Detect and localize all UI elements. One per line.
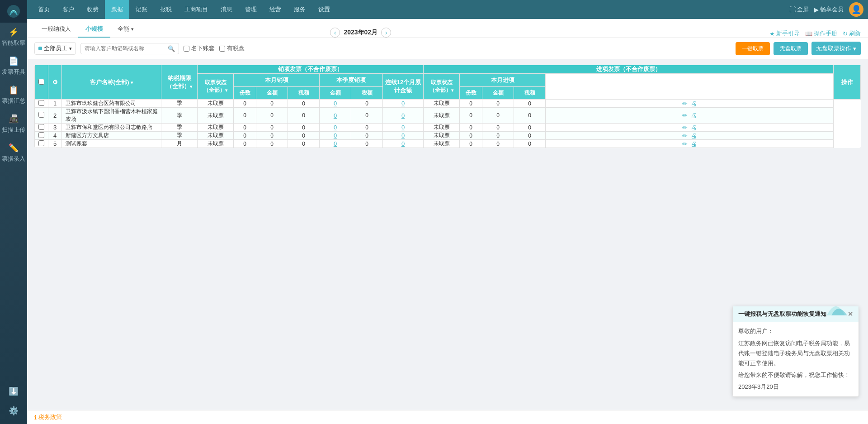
view-icon[interactable]: 🖨 <box>690 124 697 131</box>
employee-filter[interactable]: 全部员工 ▾ <box>34 42 76 55</box>
tax-disk-checkbox-input[interactable] <box>219 46 225 52</box>
row-checkbox-cell <box>35 140 48 148</box>
row-sales-quarter-amount-link[interactable]: 0 <box>334 100 337 107</box>
sidebar-item-scan-upload[interactable]: 📠 扫描上传 <box>0 110 27 138</box>
row-sales-quarter-tax: 0 <box>351 132 383 140</box>
view-icon[interactable]: 🖨 <box>690 140 697 148</box>
th-settings: ⚙ <box>48 65 62 100</box>
row-checkbox[interactable] <box>38 124 44 130</box>
sidebar-item-label: 票据汇总 <box>2 97 25 105</box>
edit-icon[interactable]: ✏ <box>682 140 688 148</box>
th-sales-quarter-tax: 税额 <box>351 87 383 100</box>
row-sales-quarter-amount-link[interactable]: 0 <box>334 140 337 147</box>
row-checkbox[interactable] <box>38 112 44 118</box>
nav-bookkeeping[interactable]: 记账 <box>129 0 154 19</box>
row-sales-quarter-amount: 0 <box>320 132 351 140</box>
nav-message[interactable]: 消息 <box>214 0 239 19</box>
view-icon[interactable]: 🖨 <box>690 112 697 119</box>
view-icon[interactable]: 🖨 <box>690 132 697 139</box>
no-disk-ops-btn[interactable]: 无盘取票操作 ▾ <box>811 42 861 55</box>
top-nav: 首页 客户 收费 票据 记账 报税 工商项目 消息 管理 经营 服务 设置 ⛶ … <box>27 0 868 19</box>
tab-small[interactable]: 小规模 <box>78 21 110 38</box>
row-checkbox[interactable] <box>38 140 44 146</box>
table-row: 4 新建区方方文具店 季 未取票 0 0 0 0 0 0 未取票 0 0 0 ✏… <box>35 132 861 140</box>
nav-invoice[interactable]: 票据 <box>105 0 129 19</box>
nav-service[interactable]: 服务 <box>288 0 312 19</box>
th-sales-month-count: 份数 <box>234 87 256 100</box>
row-sales-quarter-tax: 0 <box>351 100 383 108</box>
row-checkbox[interactable] <box>38 132 44 138</box>
sidebar-item-invoice-summary[interactable]: 📋 票据汇总 <box>0 81 27 110</box>
settings-side-icon: ⚙️ <box>9 406 19 416</box>
account-checkbox[interactable]: 名下账套 <box>184 44 215 52</box>
invoice-entry-icon: ✏️ <box>9 143 19 153</box>
row-sales-quarter-amount-link[interactable]: 0 <box>334 124 337 131</box>
refresh-btn[interactable]: ↻ 刷新 <box>843 29 861 38</box>
row-purchase-month-count: 0 <box>460 132 482 140</box>
one-click-btn[interactable]: 一键取票 <box>736 42 770 55</box>
member-btn[interactable]: ▶ 畅享会员 <box>814 5 844 14</box>
user-avatar[interactable]: 👤 <box>849 2 863 17</box>
row-customer: 测试账套 <box>62 140 161 148</box>
month-next-btn[interactable]: › <box>381 28 391 38</box>
sidebar-item-smart-fetch[interactable]: ⚡ 智能取票 <box>0 23 27 52</box>
th-tax-period: 纳税期限（全部）▾ <box>161 65 198 100</box>
fullscreen-btn[interactable]: ⛶ 全屏 <box>789 5 809 14</box>
row-sales-status: 未取票 <box>198 132 234 140</box>
th-purchase-month-label: 本月进项 <box>491 76 514 83</box>
row-index: 5 <box>48 140 62 148</box>
sidebar-item-settings[interactable]: ⚙️ <box>0 402 27 419</box>
status-bar[interactable]: ℹ 税务政策 <box>27 410 868 424</box>
row-purchase-month-amount: 0 <box>482 124 514 132</box>
th-purchase-month-tax: 税额 <box>514 87 546 100</box>
edit-icon[interactable]: ✏ <box>682 112 688 119</box>
new-guide-btn[interactable]: ★ 新手引导 <box>769 29 800 38</box>
search-icon[interactable]: 🔍 <box>168 45 175 52</box>
row-checkbox[interactable] <box>38 100 44 106</box>
new-guide-label: 新手引导 <box>776 29 800 38</box>
sidebar-item-invoice-entry[interactable]: ✏️ 票据录入 <box>0 138 27 167</box>
nav-billing[interactable]: 收费 <box>80 0 105 19</box>
search-input[interactable] <box>85 45 166 52</box>
row-sales-12month-link[interactable]: 0 <box>401 112 405 119</box>
nav-tax[interactable]: 报税 <box>154 0 178 19</box>
nav-customer[interactable]: 客户 <box>56 0 80 19</box>
row-customer: 新建区方方文具店 <box>62 132 161 140</box>
th-sales-label: 销项发票（不合作废票） <box>278 66 343 72</box>
row-sales-12month-link[interactable]: 0 <box>401 132 405 139</box>
row-purchase-month-count: 0 <box>460 124 482 132</box>
tab-general[interactable]: 一般纳税人 <box>34 21 78 38</box>
sidebar-item-download[interactable]: ⬇️ <box>0 383 27 400</box>
select-all-checkbox[interactable] <box>38 79 44 85</box>
row-sales-12month-link[interactable]: 0 <box>401 100 405 107</box>
th-sales-quarter-label: 本季度销项 <box>336 76 366 83</box>
row-sales-12month-link[interactable]: 0 <box>401 124 405 131</box>
row-actions: ✏ 🖨 <box>546 124 834 132</box>
nav-settings[interactable]: 设置 <box>312 0 336 19</box>
row-sales-month-count: 0 <box>234 100 256 108</box>
nav-manage[interactable]: 管理 <box>239 0 263 19</box>
toolbar: 全部员工 ▾ 🔍 名下账套 有税盘 一键取票 无盘取票 无盘取票操作 ▾ <box>27 38 868 59</box>
edit-icon[interactable]: ✏ <box>682 132 688 139</box>
row-purchase-status: 未取票 <box>424 124 460 132</box>
sidebar-item-issue-invoice[interactable]: 📄 发票开具 <box>0 52 27 81</box>
month-prev-btn[interactable]: ‹ <box>330 28 340 38</box>
operation-manual-btn[interactable]: 📖 操作手册 <box>805 29 837 38</box>
row-sales-quarter-amount-link[interactable]: 0 <box>334 132 337 139</box>
edit-icon[interactable]: ✏ <box>682 100 688 107</box>
tax-disk-checkbox[interactable]: 有税盘 <box>219 44 245 52</box>
row-sales-quarter-amount: 0 <box>320 108 351 124</box>
nav-operations[interactable]: 经营 <box>263 0 288 19</box>
nav-business[interactable]: 工商项目 <box>178 0 214 19</box>
edit-icon[interactable]: ✏ <box>682 124 688 131</box>
no-disk-btn[interactable]: 无盘取票 <box>774 42 808 55</box>
account-checkbox-input[interactable] <box>184 46 189 52</box>
row-sales-12month-link[interactable]: 0 <box>401 140 405 147</box>
operation-manual-icon: 📖 <box>805 30 812 37</box>
nav-home[interactable]: 首页 <box>32 0 56 19</box>
row-purchase-month-amount: 0 <box>482 100 514 108</box>
view-icon[interactable]: 🖨 <box>690 100 697 107</box>
tab-all[interactable]: 全能 ▾ <box>110 21 141 38</box>
table-row: 5 测试账套 月 未取票 0 0 0 0 0 0 未取票 0 0 0 ✏ 🖨 <box>35 140 861 148</box>
row-sales-quarter-amount-link[interactable]: 0 <box>334 112 337 119</box>
